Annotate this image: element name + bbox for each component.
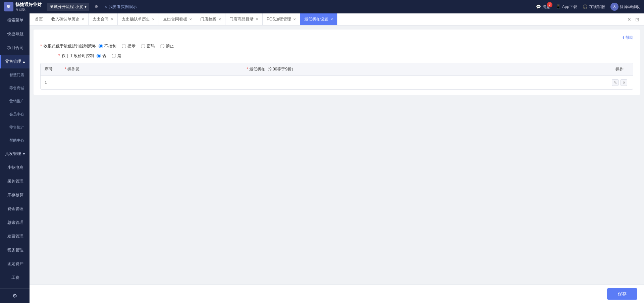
project-name: 测试分开流程-小岌 [50, 4, 83, 10]
sidebar-item-project-contract[interactable]: 项目合同 [0, 41, 30, 55]
tab-payment-contract-close[interactable]: ✕ [111, 17, 113, 21]
tab-pos-password-mgmt-close[interactable]: ✕ [293, 17, 296, 21]
tab-store-archive[interactable]: 门店档案 ✕ [196, 13, 225, 26]
tab-payment-contract[interactable]: 支出合同 ✕ [89, 13, 118, 26]
main-layout: 搜索菜单 快捷导航 项目合同 零售管理 ▲ 智慧门店 零售商城 营销推广 会员中… [0, 13, 644, 303]
radio-manual-no-label: 否 [102, 53, 106, 59]
tab-payment-confirm-history-close[interactable]: ✕ [152, 17, 155, 21]
logo-text: 畅捷通好业财 专业版 [15, 2, 42, 11]
sidebar-item-retail-mgmt[interactable]: 零售管理 ▲ [0, 55, 30, 68]
tab-income-confirm-history[interactable]: 收入确认单历史 ✕ [47, 13, 89, 26]
sidebar-label-inventory: 库存核算 [2, 192, 28, 198]
cell-operator [61, 76, 243, 90]
tab-min-discount-settings[interactable]: 最低折扣设置 ✕ [300, 13, 337, 26]
manual-control-radio-group: 否 是 [97, 53, 121, 59]
radio-manual-yes-input[interactable] [112, 54, 116, 58]
sidebar-item-member-center[interactable]: 会员中心 [0, 108, 30, 121]
radio-manual-yes[interactable]: 是 [112, 53, 121, 59]
tab-store-product-catalog[interactable]: 门店商品目录 ✕ [225, 13, 263, 26]
radio-no-control-input[interactable] [99, 44, 103, 48]
tab-home-label: 首页 [35, 16, 43, 22]
tab-expand-button[interactable]: ⊡ [635, 16, 640, 23]
tab-min-discount-settings-close[interactable]: ✕ [330, 17, 333, 21]
tab-store-archive-close[interactable]: ✕ [218, 17, 221, 21]
logo-sub: 专业版 [15, 7, 42, 11]
sidebar-label-purchase-mgmt: 采购管理 [2, 179, 28, 184]
col-header-seq: 序号 [41, 63, 61, 76]
col-header-operator: * 操作员 [61, 63, 243, 76]
tab-payment-confirm-history[interactable]: 支出确认单历史 ✕ [118, 13, 159, 26]
manual-control-row: * 仅手工改价时控制 否 是 [40, 53, 633, 59]
radio-no-control[interactable]: 不控制 [99, 43, 116, 49]
settings-icon[interactable]: ⚙ [95, 4, 98, 9]
sidebar-item-retail-mall[interactable]: 零售商城 [0, 82, 30, 95]
radio-password-input[interactable] [141, 44, 145, 48]
tab-income-confirm-history-close[interactable]: ✕ [82, 17, 84, 21]
sidebar-label-smart-store: 智慧门店 [5, 72, 28, 78]
table-container: 序号 * 操作员 * 最低折扣（9.00等于9折） [40, 63, 633, 90]
tab-payment-contract-label: 支出合同 [93, 16, 109, 22]
demo-link[interactable]: ○ 我要看实例演示 [105, 4, 137, 10]
table-row: 1 ✎ ✕ [41, 76, 633, 90]
user-item[interactable]: 人 徐泽华修改 [610, 3, 640, 11]
sidebar-item-general-ledger[interactable]: 总账管理 [0, 216, 30, 230]
sidebar-label-project-contract: 项目合同 [2, 45, 28, 51]
gear-button[interactable]: ⚙ [0, 289, 30, 303]
logo-icon: 财 [4, 2, 13, 11]
radio-password[interactable]: 密码 [141, 43, 155, 49]
logo-main: 畅捷通好业财 [15, 2, 42, 7]
tab-home[interactable]: 首页 [31, 13, 47, 26]
sidebar-label-salary: 工资 [2, 275, 28, 281]
sidebar-item-quick-nav[interactable]: 快捷导航 [0, 27, 30, 41]
avatar: 人 [610, 3, 619, 11]
page-footer: 保存 [30, 285, 644, 303]
tab-pos-password-mgmt[interactable]: POS加密管理 ✕ [263, 13, 300, 26]
tab-payment-contract-board-close[interactable]: ✕ [189, 17, 192, 21]
edit-button[interactable]: ✎ [612, 79, 619, 86]
help-label: 帮助 [625, 35, 633, 41]
sidebar-item-inventory[interactable]: 库存核算 [0, 188, 30, 202]
messages-badge: 8 [547, 2, 552, 7]
radio-forbid[interactable]: 禁止 [160, 43, 174, 49]
radio-remind-input[interactable] [122, 44, 126, 48]
tab-store-product-catalog-close[interactable]: ✕ [256, 17, 258, 21]
tab-store-product-catalog-label: 门店商品目录 [229, 16, 254, 22]
customer-service-item[interactable]: 🎧 在线客服 [583, 4, 605, 10]
messages-item[interactable]: 💬 消息 8 [536, 4, 550, 10]
sidebar-label-quick-nav: 快捷导航 [2, 31, 28, 37]
sidebar-item-salary[interactable]: 工资 [0, 271, 30, 285]
radio-remind[interactable]: 提示 [122, 43, 136, 49]
help-link[interactable]: ℹ 帮助 [623, 35, 633, 41]
tab-close-button[interactable]: ✕ [627, 16, 632, 23]
radio-manual-no-input[interactable] [97, 54, 101, 58]
sidebar: 搜索菜单 快捷导航 项目合同 零售管理 ▲ 智慧门店 零售商城 营销推广 会员中… [0, 13, 30, 303]
manual-control-label: * 仅手工改价时控制 [40, 53, 94, 59]
sidebar-item-smart-store[interactable]: 智慧门店 [0, 68, 30, 82]
radio-manual-no[interactable]: 否 [97, 53, 106, 59]
sidebar-item-purchase-mgmt[interactable]: 采购管理 [0, 174, 30, 188]
save-button[interactable]: 保存 [607, 288, 637, 300]
user-name: 徐泽华修改 [620, 4, 640, 10]
sidebar-item-finance[interactable]: 资金管理 [0, 202, 30, 216]
help-icon: ℹ [623, 36, 624, 40]
chevron-down-icon: ▼ [22, 152, 25, 156]
sidebar-item-tax-mgmt[interactable]: 税务管理 [0, 243, 30, 257]
topbar: 财 畅捷通好业财 专业版 测试分开流程-小岌 ▾ ⚙ ○ 我要看实例演示 💬 消… [0, 0, 644, 13]
radio-forbid-input[interactable] [160, 44, 164, 48]
sidebar-item-ecommerce[interactable]: 小畅电商 [0, 161, 30, 174]
col-header-discount: * 最低折扣（9.00等于9折） [243, 63, 606, 76]
tab-payment-contract-board[interactable]: 支出合同看板 ✕ [159, 13, 196, 26]
sidebar-item-wholesale-mgmt[interactable]: 批发管理 ▼ [0, 147, 30, 161]
app-download-item[interactable]: 📱 App下载 [556, 4, 577, 10]
sidebar-item-help-center[interactable]: 帮助中心 [0, 134, 30, 147]
project-selector[interactable]: 测试分开流程-小岌 ▾ [47, 3, 89, 11]
tab-pos-password-mgmt-label: POS加密管理 [267, 16, 291, 22]
sidebar-item-fixed-assets[interactable]: 固定资产 [0, 257, 30, 271]
sidebar-item-search[interactable]: 搜索菜单 [0, 13, 30, 27]
sidebar-item-marketing[interactable]: 营销推广 [0, 95, 30, 108]
sidebar-item-retail-stats[interactable]: 零售统计 [0, 121, 30, 134]
sidebar-item-invoice-mgmt[interactable]: 发票管理 [0, 230, 30, 243]
cell-min-discount [243, 76, 606, 90]
sidebar-label-invoice-mgmt: 发票管理 [2, 234, 28, 239]
delete-button[interactable]: ✕ [621, 79, 627, 86]
